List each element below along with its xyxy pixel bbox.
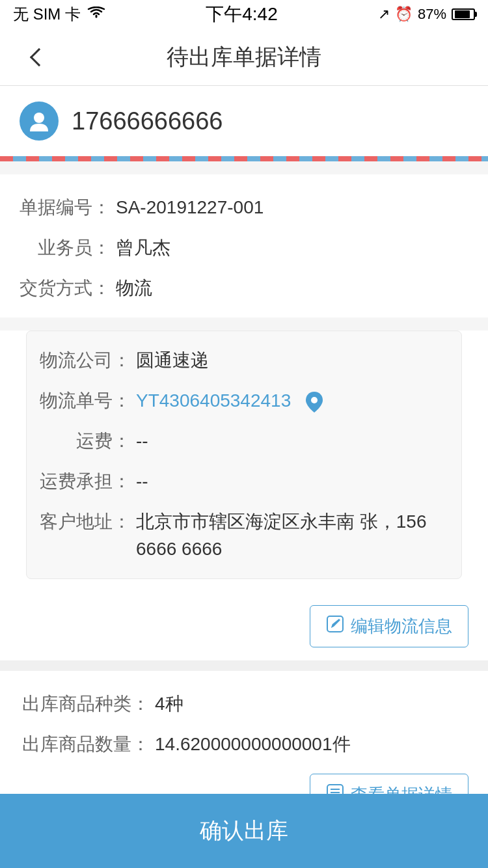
logistics-wrapper: 物流公司： 圆通速递 物流单号： YT4306405342413 运费： -- … (0, 331, 488, 592)
alarm-icon: ⏰ (395, 6, 413, 23)
logistics-company-row: 物流公司： 圆通速递 (40, 347, 448, 374)
confirm-btn-container: 确认出库 (0, 794, 488, 868)
freight-bearer-value: -- (131, 468, 448, 495)
delivery-label: 交货方式： (20, 275, 111, 302)
svg-point-0 (34, 113, 44, 123)
person-icon (27, 109, 51, 133)
product-quantity-row: 出库商品数量： 14.620000000000001件 (20, 731, 468, 758)
document-info-section: 单据编号： SA-20191227-001 业务员： 曾凡杰 交货方式： 物流 (0, 174, 488, 318)
map-pin-icon[interactable] (303, 390, 326, 414)
status-bar: 无 SIM 卡 下午4:42 ↗ ⏰ 87% (0, 0, 488, 29)
location-arrow-icon: ↗ (378, 6, 390, 23)
address-label: 客户地址： (40, 508, 131, 536)
logistics-company-label: 物流公司： (40, 347, 131, 374)
delivery-value: 物流 (111, 275, 468, 302)
back-button[interactable] (20, 38, 59, 77)
address-row: 客户地址： 北京市市辖区海淀区永丰南 张，156 6666 6666 (40, 508, 448, 563)
user-phone: 17666666666 (72, 107, 223, 135)
edit-logistics-button[interactable]: 编辑物流信息 (310, 605, 468, 647)
battery-icon (452, 8, 475, 20)
salesman-value: 曾凡杰 (111, 234, 468, 262)
carrier-text: 无 SIM 卡 (13, 4, 81, 25)
logistics-tracking-row: 物流单号： YT4306405342413 (40, 387, 448, 414)
freight-bearer-row: 运费承担： -- (40, 468, 448, 495)
wifi-icon (87, 5, 105, 23)
product-section: 出库商品种类： 4种 出库商品数量： 14.620000000000001件 (0, 671, 488, 774)
freight-row: 运费： -- (40, 427, 448, 455)
product-quantity-label: 出库商品数量： (20, 731, 150, 758)
logistics-section: 物流公司： 圆通速递 物流单号： YT4306405342413 运费： -- … (26, 331, 462, 579)
salesman-label: 业务员： (20, 234, 111, 262)
status-left: 无 SIM 卡 (13, 4, 105, 25)
section-divider (0, 660, 488, 671)
delivery-row: 交货方式： 物流 (20, 275, 468, 302)
status-right: ↗ ⏰ 87% (378, 6, 475, 23)
page-title: 待出库单据详情 (59, 42, 429, 72)
svg-point-1 (311, 397, 318, 403)
dashed-divider (0, 156, 488, 161)
freight-bearer-label: 运费承担： (40, 468, 131, 495)
product-quantity-value: 14.620000000000001件 (150, 731, 468, 758)
status-time: 下午4:42 (206, 2, 278, 27)
product-types-row: 出库商品种类： 4种 (20, 690, 468, 718)
document-number-row: 单据编号： SA-20191227-001 (20, 194, 468, 221)
product-types-label: 出库商品种类： (20, 690, 150, 718)
back-arrow-icon (30, 47, 48, 66)
battery-percent: 87% (418, 6, 446, 23)
confirm-button[interactable]: 确认出库 (20, 809, 468, 852)
address-value: 北京市市辖区海淀区永丰南 张，156 6666 6666 (131, 508, 448, 563)
logistics-company-value: 圆通速递 (131, 347, 448, 374)
salesman-row: 业务员： 曾凡杰 (20, 234, 468, 262)
document-number-value: SA-20191227-001 (111, 194, 468, 221)
logistics-tracking-label: 物流单号： (40, 387, 131, 414)
freight-label: 运费： (40, 427, 131, 455)
user-section: 17666666666 (0, 86, 488, 156)
edit-btn-container: 编辑物流信息 (0, 592, 488, 660)
nav-bar: 待出库单据详情 (0, 29, 488, 86)
freight-value: -- (131, 427, 448, 455)
document-number-label: 单据编号： (20, 194, 111, 221)
logistics-tracking-value: YT4306405342413 (131, 387, 448, 414)
product-types-value: 4种 (150, 690, 468, 718)
edit-icon (326, 615, 344, 638)
avatar (20, 102, 59, 141)
edit-logistics-label: 编辑物流信息 (351, 615, 452, 638)
